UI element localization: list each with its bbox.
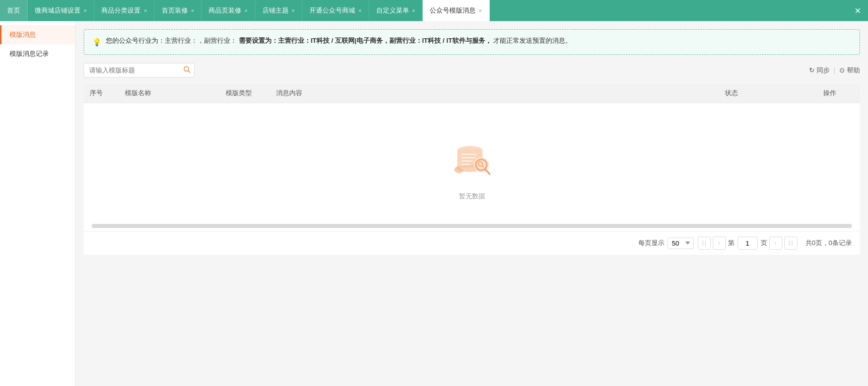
tab-shop-settings-label: 微商城店铺设置: [35, 6, 81, 15]
tab-category-label: 商品分类设置: [101, 6, 141, 15]
tab-store-theme-label: 店铺主题: [262, 6, 289, 15]
tab-product-decor-label: 商品页装修: [209, 6, 241, 15]
tab-template-msg-close[interactable]: ×: [479, 8, 482, 14]
sidebar: 模版消息 模版消息记录: [0, 21, 76, 386]
alert-text-after: 才能正常发送预置的消息。: [493, 37, 572, 44]
tab-product-decor-close[interactable]: ×: [244, 8, 247, 14]
tab-open-mall[interactable]: 开通公众号商城 ×: [302, 0, 369, 21]
page-size-dropdown[interactable]: 50 20 100: [667, 238, 694, 249]
sidebar-item-template-msg-record-label: 模版消息记录: [10, 50, 49, 57]
search-icon: [183, 66, 190, 73]
table: 序号 模版名称 模版类型 消息内容 状态 操作: [84, 84, 860, 255]
search-button[interactable]: [183, 66, 190, 74]
tab-product-decor[interactable]: 商品页装修 ×: [202, 0, 255, 21]
alert-box: 💡 您的公众号行业为：主营行业：，副营行业： 需要设置为：主营行业：IT科技 /…: [84, 29, 860, 55]
close-all-button[interactable]: ✕: [847, 0, 868, 21]
col-content: 消息内容: [270, 84, 719, 103]
col-action: 操作: [799, 84, 860, 103]
top-nav: 首页 微商城店铺设置 × 商品分类设置 × 首页装修 × 商品页装修 × 店铺主…: [0, 0, 868, 21]
table-header: 序号 模版名称 模版类型 消息内容 状态 操作: [84, 84, 860, 103]
content-area: 💡 您的公众号行业为：主营行业：，副营行业： 需要设置为：主营行业：IT科技 /…: [76, 21, 868, 386]
tab-home-decor-close[interactable]: ×: [191, 8, 194, 14]
tab-template-msg-label: 公众号模版消息: [430, 6, 476, 15]
sidebar-item-template-msg-label: 模版消息: [10, 31, 36, 38]
alert-text: 您的公众号行业为：主营行业：，副营行业： 需要设置为：主营行业：IT科技 / 互…: [106, 36, 572, 46]
tab-home-label: 首页: [7, 6, 20, 15]
tab-custom-menu-close[interactable]: ×: [412, 8, 415, 14]
col-seq: 序号: [84, 84, 119, 103]
tab-shop-settings[interactable]: 微商城店铺设置 ×: [28, 0, 94, 21]
tab-template-msg[interactable]: 公众号模版消息 ×: [423, 0, 489, 21]
svg-line-11: [485, 169, 489, 174]
table-scrollbar-wrap: [84, 221, 860, 231]
alert-text-highlight: 需要设置为：主营行业：IT科技 / 互联网|电子商务，副营行业：IT科技 / I…: [239, 37, 492, 44]
tab-custom-menu-label: 自定义菜单: [376, 6, 409, 15]
page-unit: 页: [761, 239, 767, 248]
sidebar-item-template-msg-record[interactable]: 模版消息记录: [0, 44, 75, 63]
search-bar: ↻ 同步 | ⊙ 帮助: [84, 63, 860, 78]
search-input[interactable]: [84, 63, 194, 78]
col-status: 状态: [719, 84, 799, 103]
col-type: 模版类型: [220, 84, 270, 103]
pager-first-button[interactable]: ⟨⟨: [698, 237, 711, 250]
tab-open-mall-label: 开通公众号商城: [309, 6, 355, 15]
tab-category-close[interactable]: ×: [144, 8, 147, 14]
tab-open-mall-close[interactable]: ×: [358, 8, 361, 14]
toolbar-divider: |: [834, 66, 835, 74]
help-label: 帮助: [847, 66, 860, 75]
tab-custom-menu[interactable]: 自定义菜单 ×: [369, 0, 423, 21]
main-layout: 模版消息 模版消息记录 💡 您的公众号行业为：主营行业：，副营行业： 需要设置为…: [0, 21, 868, 386]
pager-input-wrap: 第 页: [728, 237, 767, 250]
tab-store-theme-close[interactable]: ×: [292, 8, 295, 14]
col-name: 模版名称: [119, 84, 220, 103]
empty-text: 暂无数据: [459, 192, 485, 201]
sidebar-item-template-msg[interactable]: 模版消息: [0, 25, 75, 44]
tab-category[interactable]: 商品分类设置 ×: [94, 0, 154, 21]
toolbar-right: ↻ 同步 | ⊙ 帮助: [809, 66, 860, 75]
sync-label: 同步: [817, 66, 830, 75]
tab-store-theme[interactable]: 店铺主题 ×: [255, 0, 302, 21]
lightbulb-icon: 💡: [92, 36, 102, 48]
tab-home[interactable]: 首页: [0, 0, 28, 21]
sync-icon: ↻: [809, 66, 815, 74]
pager: ⟨⟨ ‹ 第 页 › ⟩⟩: [698, 237, 797, 250]
svg-line-1: [188, 71, 190, 73]
page-size-select: 每页显示 50 20 100: [638, 238, 694, 249]
pager-next-button[interactable]: ›: [769, 237, 782, 250]
help-button[interactable]: ⊙ 帮助: [839, 66, 860, 75]
tab-home-decor-label: 首页装修: [162, 6, 188, 15]
table-scrollbar[interactable]: [92, 224, 852, 228]
total-info: 共0页，0条记录: [806, 239, 852, 248]
pager-last-button[interactable]: ⟩⟩: [784, 237, 797, 250]
search-input-wrap: [84, 63, 194, 78]
tab-home-decor[interactable]: 首页装修 ×: [155, 0, 202, 21]
pagination: 每页显示 50 20 100 ⟨⟨ ‹ 第 页 ›: [84, 231, 860, 255]
page-label: 第: [728, 239, 735, 248]
page-input[interactable]: [738, 237, 758, 250]
sync-button[interactable]: ↻ 同步: [809, 66, 830, 75]
alert-text-before: 您的公众号行业为：主营行业：，副营行业：: [106, 37, 237, 44]
empty-state: 暂无数据: [84, 103, 860, 221]
tab-shop-settings-close[interactable]: ×: [84, 8, 87, 14]
empty-illustration: [447, 133, 497, 184]
help-circle-icon: ⊙: [839, 66, 845, 74]
pager-prev-button[interactable]: ‹: [713, 237, 726, 250]
page-size-label: 每页显示: [638, 239, 664, 248]
